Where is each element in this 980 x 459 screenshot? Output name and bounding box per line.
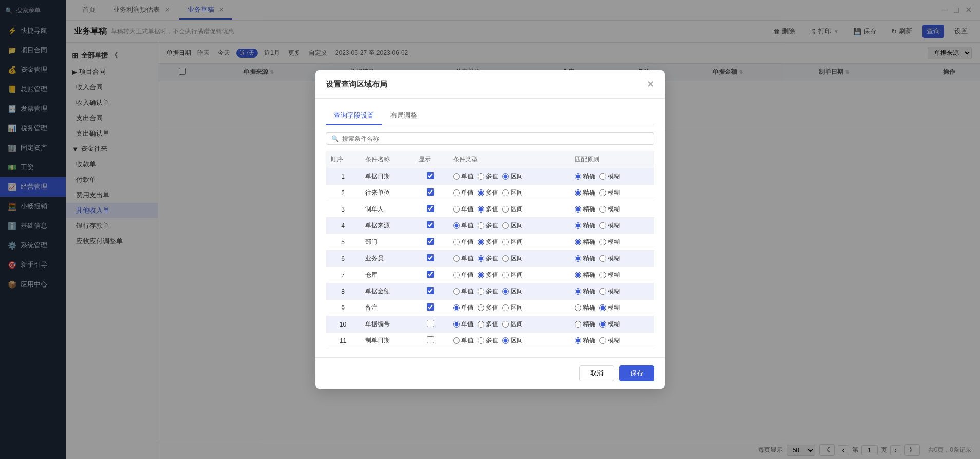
condition-range-label[interactable]: 区间 bbox=[502, 271, 523, 279]
condition-range-label[interactable]: 区间 bbox=[502, 303, 523, 312]
modal-search-input[interactable] bbox=[342, 135, 445, 142]
condition-multiple-radio[interactable] bbox=[478, 272, 484, 278]
match-exact-radio[interactable] bbox=[575, 321, 581, 328]
match-fuzzy-radio[interactable] bbox=[599, 288, 606, 295]
condition-multiple-label[interactable]: 多值 bbox=[478, 188, 498, 197]
condition-multiple-label[interactable]: 多值 bbox=[478, 320, 498, 329]
condition-single-label[interactable]: 单值 bbox=[453, 336, 474, 345]
match-fuzzy-label[interactable]: 模糊 bbox=[599, 254, 620, 263]
match-exact-radio[interactable] bbox=[575, 239, 581, 245]
condition-range-radio[interactable] bbox=[502, 173, 509, 180]
match-fuzzy-label[interactable]: 模糊 bbox=[599, 172, 620, 181]
match-exact-label[interactable]: 精确 bbox=[575, 287, 595, 296]
condition-multiple-label[interactable]: 多值 bbox=[478, 303, 498, 312]
match-exact-radio[interactable] bbox=[575, 222, 581, 229]
condition-single-radio[interactable] bbox=[453, 189, 460, 196]
show-checkbox[interactable] bbox=[427, 336, 434, 343]
show-checkbox[interactable] bbox=[427, 172, 434, 179]
condition-range-radio[interactable] bbox=[502, 272, 509, 278]
show-checkbox[interactable] bbox=[427, 188, 434, 196]
condition-range-radio[interactable] bbox=[502, 206, 509, 213]
condition-multiple-radio[interactable] bbox=[478, 337, 484, 344]
show-checkbox-cell[interactable] bbox=[413, 333, 448, 349]
match-exact-radio[interactable] bbox=[575, 304, 581, 311]
cancel-button[interactable]: 取消 bbox=[579, 365, 614, 381]
condition-single-radio[interactable] bbox=[453, 255, 460, 262]
show-checkbox[interactable] bbox=[427, 238, 434, 245]
match-exact-label[interactable]: 精确 bbox=[575, 336, 595, 345]
condition-multiple-label[interactable]: 多值 bbox=[478, 254, 498, 263]
condition-range-radio[interactable] bbox=[502, 239, 509, 245]
match-exact-label[interactable]: 精确 bbox=[575, 254, 595, 263]
match-fuzzy-label[interactable]: 模糊 bbox=[599, 271, 620, 279]
match-exact-label[interactable]: 精确 bbox=[575, 271, 595, 279]
condition-range-label[interactable]: 区间 bbox=[502, 254, 523, 263]
show-checkbox-cell[interactable] bbox=[413, 300, 448, 316]
condition-single-radio[interactable] bbox=[453, 206, 460, 213]
condition-multiple-radio[interactable] bbox=[478, 321, 484, 328]
condition-range-radio[interactable] bbox=[502, 288, 509, 295]
condition-single-radio[interactable] bbox=[453, 173, 460, 180]
match-fuzzy-label[interactable]: 模糊 bbox=[599, 303, 620, 312]
show-checkbox-cell[interactable] bbox=[413, 267, 448, 283]
condition-multiple-label[interactable]: 多值 bbox=[478, 205, 498, 214]
show-checkbox[interactable] bbox=[427, 320, 434, 327]
condition-single-label[interactable]: 单值 bbox=[453, 205, 474, 214]
condition-range-label[interactable]: 区间 bbox=[502, 320, 523, 329]
match-fuzzy-label[interactable]: 模糊 bbox=[599, 320, 620, 329]
match-exact-radio[interactable] bbox=[575, 189, 581, 196]
show-checkbox[interactable] bbox=[427, 271, 434, 278]
match-fuzzy-radio[interactable] bbox=[599, 189, 606, 196]
condition-multiple-label[interactable]: 多值 bbox=[478, 221, 498, 230]
modal-search-box[interactable]: 🔍 bbox=[326, 132, 654, 145]
condition-range-label[interactable]: 区间 bbox=[502, 336, 523, 345]
show-checkbox[interactable] bbox=[427, 205, 434, 212]
match-fuzzy-radio[interactable] bbox=[599, 321, 606, 328]
condition-single-label[interactable]: 单值 bbox=[453, 238, 474, 246]
condition-multiple-label[interactable]: 多值 bbox=[478, 172, 498, 181]
modal-save-button[interactable]: 保存 bbox=[619, 365, 654, 381]
match-exact-radio[interactable] bbox=[575, 206, 581, 213]
condition-multiple-radio[interactable] bbox=[478, 222, 484, 229]
match-fuzzy-radio[interactable] bbox=[599, 239, 606, 245]
match-exact-label[interactable]: 精确 bbox=[575, 238, 595, 246]
match-exact-label[interactable]: 精确 bbox=[575, 205, 595, 214]
match-fuzzy-radio[interactable] bbox=[599, 173, 606, 180]
condition-range-radio[interactable] bbox=[502, 321, 509, 328]
condition-range-radio[interactable] bbox=[502, 304, 509, 311]
condition-range-label[interactable]: 区间 bbox=[502, 205, 523, 214]
match-fuzzy-label[interactable]: 模糊 bbox=[599, 238, 620, 246]
show-checkbox-cell[interactable] bbox=[413, 283, 448, 300]
condition-multiple-radio[interactable] bbox=[478, 288, 484, 295]
condition-single-label[interactable]: 单值 bbox=[453, 303, 474, 312]
condition-single-label[interactable]: 单值 bbox=[453, 287, 474, 296]
condition-multiple-radio[interactable] bbox=[478, 304, 484, 311]
match-exact-radio[interactable] bbox=[575, 173, 581, 180]
condition-range-label[interactable]: 区间 bbox=[502, 287, 523, 296]
condition-multiple-label[interactable]: 多值 bbox=[478, 271, 498, 279]
match-exact-label[interactable]: 精确 bbox=[575, 221, 595, 230]
condition-range-label[interactable]: 区间 bbox=[502, 221, 523, 230]
condition-single-radio[interactable] bbox=[453, 288, 460, 295]
condition-multiple-radio[interactable] bbox=[478, 206, 484, 213]
condition-single-radio[interactable] bbox=[453, 222, 460, 229]
show-checkbox-cell[interactable] bbox=[413, 316, 448, 333]
show-checkbox-cell[interactable] bbox=[413, 218, 448, 234]
show-checkbox-cell[interactable] bbox=[413, 185, 448, 201]
match-fuzzy-label[interactable]: 模糊 bbox=[599, 188, 620, 197]
match-fuzzy-label[interactable]: 模糊 bbox=[599, 287, 620, 296]
condition-range-radio[interactable] bbox=[502, 255, 509, 262]
match-exact-radio[interactable] bbox=[575, 337, 581, 344]
match-fuzzy-label[interactable]: 模糊 bbox=[599, 221, 620, 230]
match-fuzzy-radio[interactable] bbox=[599, 272, 606, 278]
condition-range-label[interactable]: 区间 bbox=[502, 188, 523, 197]
show-checkbox[interactable] bbox=[427, 303, 434, 311]
condition-range-label[interactable]: 区间 bbox=[502, 238, 523, 246]
match-exact-label[interactable]: 精确 bbox=[575, 172, 595, 181]
condition-multiple-radio[interactable] bbox=[478, 173, 484, 180]
show-checkbox[interactable] bbox=[427, 254, 434, 261]
match-exact-label[interactable]: 精确 bbox=[575, 303, 595, 312]
condition-multiple-label[interactable]: 多值 bbox=[478, 287, 498, 296]
match-exact-radio[interactable] bbox=[575, 288, 581, 295]
condition-single-radio[interactable] bbox=[453, 321, 460, 328]
